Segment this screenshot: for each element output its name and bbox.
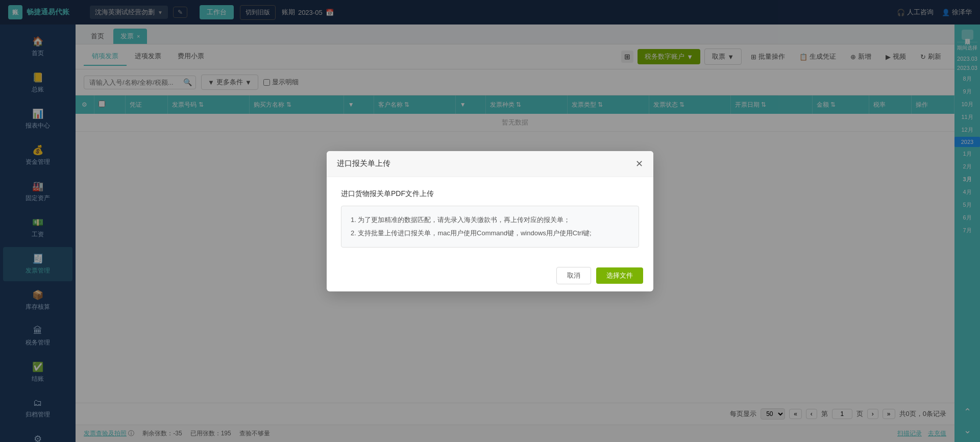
modal-close-button[interactable]: ✕	[635, 158, 643, 169]
modal-info-item-2: 2. 支持批量上传进口报关单，mac用户使用Command键，windows用户…	[351, 227, 629, 240]
modal-header: 进口报关单上传 ✕	[327, 151, 653, 177]
modal-info-item-1: 1. 为了更加精准的数据匹配，请先录入海关缴款书，再上传对应的报关单；	[351, 213, 629, 227]
modal-info-box: 1. 为了更加精准的数据匹配，请先录入海关缴款书，再上传对应的报关单； 2. 支…	[341, 206, 639, 248]
modal-body: 进口货物报关单PDF文件上传 1. 为了更加精准的数据匹配，请先录入海关缴款书，…	[327, 177, 653, 260]
modal-title: 进口报关单上传	[337, 159, 390, 168]
import-modal: 进口报关单上传 ✕ 进口货物报关单PDF文件上传 1. 为了更加精准的数据匹配，…	[327, 151, 653, 291]
modal-overlay[interactable]: 进口报关单上传 ✕ 进口货物报关单PDF文件上传 1. 为了更加精准的数据匹配，…	[0, 0, 980, 442]
modal-cancel-button[interactable]: 取消	[556, 267, 591, 284]
modal-footer: 取消 选择文件	[327, 260, 653, 291]
modal-section-title: 进口货物报关单PDF文件上传	[341, 189, 639, 199]
modal-select-file-button[interactable]: 选择文件	[596, 267, 643, 284]
